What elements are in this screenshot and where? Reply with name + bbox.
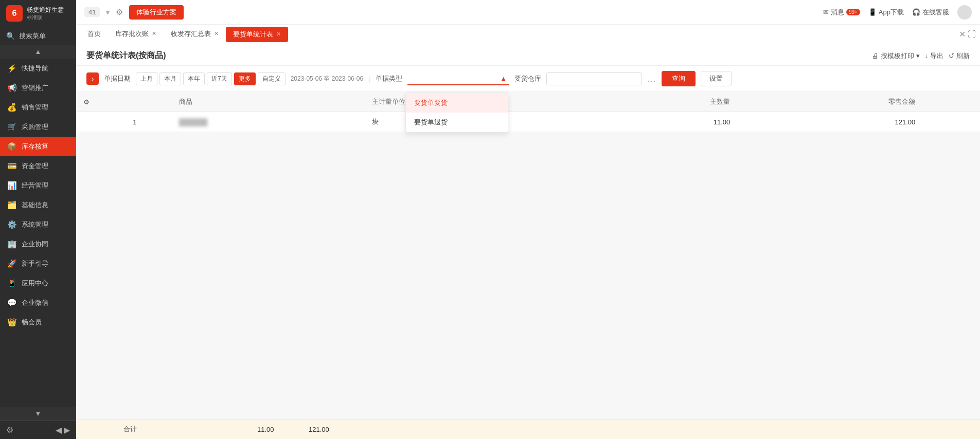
sidebar-logo: 6 畅捷通好生意 标准版 (0, 0, 76, 27)
row-amount: 121.00 (736, 112, 921, 132)
type-filter-chevron[interactable]: ▲ (500, 75, 507, 83)
date-btn-0[interactable]: 上月 (136, 72, 157, 85)
tab-receivable-summary[interactable]: 收发存汇总表✕ (164, 26, 226, 43)
more-filter-dots[interactable]: … (647, 74, 656, 84)
dropdown-item-requisition-return[interactable]: 要货单退货 (406, 113, 508, 132)
sidebar-item-purchase[interactable]: 🛒采购管理 (0, 117, 76, 137)
table-header-row: ⚙ 商品 主计量单位 主数量 零售金额 (76, 92, 980, 112)
date-btn-3[interactable]: 近7天 (207, 72, 232, 85)
page-content: 要货单统计表(按商品) 🖨 按模板打印 ▾ ↓ 导出 ↺ 刷新 › (76, 44, 980, 439)
tab-close-icon[interactable]: ✕ (152, 30, 156, 37)
app-download-icon: 📱 (868, 8, 877, 16)
sidebar-scroll-up[interactable]: ▲ (0, 45, 76, 59)
sidebar-item-label: 企业微信 (22, 298, 48, 307)
sidebar-item-sales[interactable]: 💰销售管理 (0, 98, 76, 117)
refresh-btn[interactable]: ↺ 刷新 (949, 51, 970, 61)
sidebar-quick-nav-icon: ⚡ (6, 64, 17, 73)
col-amount: 零售金额 (736, 92, 921, 112)
sidebar-footer: ⚙ ◀ ▶ (0, 420, 76, 439)
sidebar-item-label: 营销推广 (22, 83, 48, 93)
sidebar-item-quick-nav[interactable]: ⚡快捷导航 (0, 59, 76, 78)
tab-close-icon[interactable]: ✕ (276, 31, 281, 38)
sidebar-basic-info-icon: 🗂️ (6, 200, 17, 210)
sidebar-marketing-icon: 📢 (6, 83, 17, 93)
user-avatar[interactable] (957, 5, 972, 20)
table-footer: 合计 11.00 121.00 (76, 419, 980, 439)
date-btn-2[interactable]: 本年 (183, 72, 205, 85)
page-header: 要货单统计表(按商品) 🖨 按模板打印 ▾ ↓ 导出 ↺ 刷新 (76, 44, 980, 66)
brand-edition: 标准版 (27, 14, 64, 21)
sidebar-item-inventory[interactable]: 📦库存核算 (0, 137, 76, 156)
sidebar-item-label: 企业协同 (22, 240, 48, 249)
sidebar-item-system[interactable]: ⚙️系统管理 (0, 215, 76, 234)
date-btn-1[interactable]: 本月 (159, 72, 181, 85)
sidebar-app-center-icon: 📱 (6, 279, 17, 288)
sidebar-wechat-icon: 💬 (6, 298, 17, 307)
sidebar-item-finance[interactable]: 💳资金管理 (0, 156, 76, 176)
table-settings-col[interactable]: ⚙ (76, 92, 97, 112)
app-download-btn[interactable]: 📱 App下载 (868, 8, 904, 17)
sidebar-item-enterprise[interactable]: 🏢企业协同 (0, 234, 76, 254)
page-title: 要货单统计表(按商品) (86, 50, 166, 61)
export-btn[interactable]: ↓ 导出 (925, 51, 944, 61)
table-row: 1 ██████ 块 11.00 121.00 (76, 112, 980, 132)
sidebar-search-label: 搜索菜单 (19, 31, 46, 41)
sidebar-guide-icon: 🚀 (6, 259, 17, 268)
sidebar-system-icon: ⚙️ (6, 220, 17, 229)
messages-btn[interactable]: ✉ 消息 99+ (823, 8, 860, 17)
online-service-btn[interactable]: 🎧 在线客服 (912, 8, 949, 17)
sidebar-item-guide[interactable]: 🚀新手引导 (0, 254, 76, 273)
sidebar-member-icon: 👑 (6, 318, 17, 327)
col-index (97, 92, 173, 112)
collapse-sidebar-icon[interactable]: ◀ ▶ (56, 425, 70, 435)
sidebar-item-label: 应用中心 (22, 279, 48, 288)
sidebar-search[interactable]: 🔍 搜索菜单 (0, 27, 76, 45)
expand-filter-btn[interactable]: › (86, 72, 99, 85)
row-index: 1 (97, 112, 173, 132)
app-logo-icon: 6 (6, 5, 23, 22)
sidebar-item-marketing[interactable]: 📢营销推广 (0, 78, 76, 98)
date-more-btn[interactable]: 更多 (234, 72, 256, 85)
table-body: 1 ██████ 块 11.00 121.00 (76, 112, 980, 132)
topbar-right: ✉ 消息 99+ 📱 App下载 🎧 在线客服 (823, 5, 972, 20)
sidebar-item-label: 销售管理 (22, 103, 48, 112)
warehouse-filter-input[interactable] (546, 72, 642, 85)
date-quick-btns: 上月本月本年近7天更多自定义 (136, 72, 286, 85)
fullscreen-icon[interactable]: ⛶ (968, 30, 976, 39)
date-custom-btn[interactable]: 自定义 (258, 72, 286, 85)
tab-requisition-stats[interactable]: 要货单统计表✕ (226, 27, 288, 42)
headset-icon: 🎧 (912, 8, 920, 16)
sidebar-enterprise-icon: 🏢 (6, 240, 17, 249)
settings-icon[interactable]: ⚙ (6, 425, 13, 435)
tab-count: 41 (84, 7, 100, 17)
print-template-btn[interactable]: 🖨 按模板打印 ▾ (872, 51, 920, 61)
messages-label: 消息 (831, 8, 844, 17)
messages-badge: 99+ (846, 9, 860, 15)
tab-inventory-batch[interactable]: 库存批次账✕ (108, 26, 164, 43)
promo-button[interactable]: 体验行业方案 (129, 5, 184, 20)
sidebar-item-member[interactable]: 👑畅会员 (0, 313, 76, 332)
message-icon: ✉ (823, 8, 829, 16)
sidebar-item-wechat[interactable]: 💬企业微信 (0, 293, 76, 313)
query-button[interactable]: 查询 (662, 71, 696, 86)
sidebar-item-app-center[interactable]: 📱应用中心 (0, 273, 76, 293)
topbar: 41 ▾ ⚙ 体验行业方案 ✉ 消息 99+ 📱 App下载 🎧 在线客服 (76, 0, 980, 25)
dropdown-item-requisition-order[interactable]: 要货单要货 (406, 93, 508, 113)
table-header: ⚙ 商品 主计量单位 主数量 零售金额 (76, 92, 980, 112)
type-filter-input[interactable] (407, 72, 509, 85)
tab-count-chevron[interactable]: ▾ (106, 8, 110, 16)
search-icon: 🔍 (6, 32, 15, 40)
sidebar-item-label: 经营管理 (22, 181, 48, 190)
data-table: ⚙ 商品 主计量单位 主数量 零售金额 1 ██████ 块 11.00 121… (76, 92, 980, 132)
tab-home[interactable]: 首页 (80, 26, 108, 43)
col-quantity: 主数量 (583, 92, 736, 112)
topbar-settings-icon[interactable]: ⚙ (116, 7, 123, 17)
sidebar-scroll-down[interactable]: ▼ (0, 407, 76, 420)
tab-close-icon[interactable]: ✕ (214, 30, 219, 37)
close-all-tabs-icon[interactable]: ✕ (959, 29, 966, 39)
sidebar-item-basic-info[interactable]: 🗂️基础信息 (0, 195, 76, 215)
filter-settings-button[interactable]: 设置 (701, 71, 732, 86)
sidebar-item-operations[interactable]: 📊经营管理 (0, 176, 76, 195)
footer-quantity: 11.00 (257, 426, 309, 433)
page-header-actions: 🖨 按模板打印 ▾ ↓ 导出 ↺ 刷新 (872, 51, 970, 61)
